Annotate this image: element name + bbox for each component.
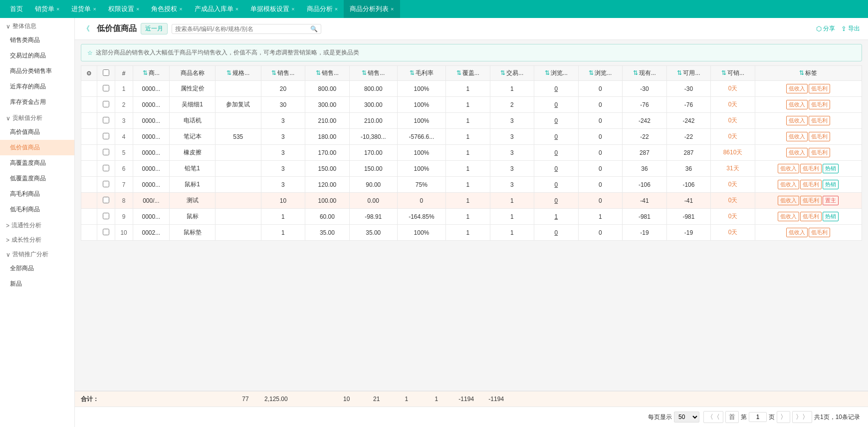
sidebar-item-low-margin[interactable]: 低毛利商品 <box>0 202 74 217</box>
row-check-9[interactable] <box>103 229 109 235</box>
sidebar-group-contrib: ∨ 贡献值分析 <box>0 110 74 124</box>
view1-link[interactable]: 0 <box>554 133 558 140</box>
row-view2-8: 1 <box>578 209 623 225</box>
row-check-5[interactable] <box>103 165 109 171</box>
col-available[interactable]: ⇅可用... <box>666 66 711 81</box>
col-sales1[interactable]: ⇅销售... <box>261 66 305 81</box>
page-number-input[interactable] <box>749 412 767 422</box>
nav-purchase[interactable]: 进货单 × <box>65 0 102 18</box>
sidebar-group-growth-arrow[interactable]: > <box>6 237 9 244</box>
nav-close-template[interactable]: × <box>291 6 294 12</box>
search-icon[interactable]: 🔍 <box>310 25 318 32</box>
col-margin[interactable]: ⇅毛利率 <box>397 66 445 81</box>
nav-template[interactable]: 单据模板设置 × <box>244 0 300 18</box>
row-deal-4: 3 <box>490 145 534 161</box>
sidebar-group-contrib-arrow[interactable]: ∨ <box>6 115 10 122</box>
nav-sales-order[interactable]: 销货单 × <box>29 0 65 18</box>
sidebar-item-low-coverage[interactable]: 低覆盖度商品 <box>0 171 74 186</box>
sidebar-item-traded[interactable]: 交易过的商品 <box>0 48 74 63</box>
tag-低毛利: 低毛利 <box>800 180 822 189</box>
sidebar-collapse-btn[interactable]: 《 <box>83 24 90 33</box>
row-check-7[interactable] <box>103 197 109 203</box>
nav-close-role[interactable]: × <box>179 6 182 12</box>
row-tags-1: 低收入低毛利 <box>755 97 862 113</box>
sidebar-group-marketing-arrow[interactable]: ∨ <box>6 251 10 258</box>
row-check-8[interactable] <box>103 213 109 219</box>
col-cover[interactable]: ⇅覆盖... <box>445 66 490 81</box>
col-deal[interactable]: ⇅交易... <box>490 66 534 81</box>
sidebar-item-category-rate[interactable]: 商品分类销售率 <box>0 63 74 79</box>
row-check-2[interactable] <box>103 117 109 123</box>
filter-recent-month-btn[interactable]: 近一月 <box>141 23 168 34</box>
nav-product-analysis[interactable]: 商品分析 × <box>301 0 344 18</box>
row-settings-7 <box>81 193 97 209</box>
col-sellable[interactable]: ⇅可销... <box>711 66 755 81</box>
nav-product-in[interactable]: 产成品入库单 × <box>189 0 244 18</box>
view1-link[interactable]: 0 <box>554 181 558 188</box>
sidebar-item-all-products[interactable]: 全部商品 <box>0 261 74 276</box>
nav-analysis-list[interactable]: 商品分析列表 × <box>344 0 400 18</box>
sidebar-item-low-value[interactable]: 低价值商品 <box>0 140 74 155</box>
view1-link[interactable]: 0 <box>554 117 558 124</box>
first-page-btn[interactable]: 〈〈 <box>703 411 723 423</box>
view1-link[interactable]: 0 <box>554 229 558 236</box>
nav-close-product-in[interactable]: × <box>235 6 238 12</box>
view1-link[interactable]: 1 <box>554 213 558 220</box>
sidebar-item-new-products[interactable]: 新品 <box>0 276 74 292</box>
row-num-7: 8 <box>115 193 133 209</box>
nav-home[interactable]: 首页 <box>4 0 29 18</box>
select-all-checkbox[interactable] <box>103 69 109 76</box>
sidebar-group-marketing: ∨ 营销推广分析 <box>0 246 74 261</box>
sidebar-item-stock-fund[interactable]: 库存资金占用 <box>0 94 74 110</box>
view1-link[interactable]: 0 <box>554 149 558 156</box>
footer-view2: 1 <box>422 395 451 404</box>
last-page-btn[interactable]: 〉〉 <box>792 411 812 423</box>
share-btn[interactable]: ⬡ 分享 <box>816 24 835 33</box>
row-check-1[interactable] <box>103 101 109 107</box>
row-deal-3: 3 <box>490 129 534 145</box>
sidebar-item-high-margin[interactable]: 高毛利商品 <box>0 186 74 202</box>
sidebar-item-low-stock[interactable]: 近库存的商品 <box>0 79 74 94</box>
row-view2-6: 0 <box>578 177 623 193</box>
row-check-3[interactable] <box>103 133 109 139</box>
col-name[interactable]: 商品名称 <box>170 66 216 81</box>
sidebar-item-high-coverage[interactable]: 高覆盖度商品 <box>0 155 74 171</box>
col-spec[interactable]: ⇅规格... <box>215 66 261 81</box>
sidebar-group-flow-arrow[interactable]: > <box>6 222 9 229</box>
col-code[interactable]: ⇅商... <box>133 66 170 81</box>
col-tags[interactable]: ⇅标签 <box>755 66 862 81</box>
row-check-6[interactable] <box>103 181 109 187</box>
nav-permission[interactable]: 权限设置 × <box>102 0 145 18</box>
sidebar-group-overall-arrow[interactable]: ∨ <box>6 23 10 30</box>
nav-close-purchase[interactable]: × <box>93 6 96 12</box>
col-checkbox-all[interactable] <box>97 66 115 81</box>
sidebar-item-high-value[interactable]: 高价值商品 <box>0 124 74 140</box>
view1-link[interactable]: 0 <box>554 85 558 92</box>
row-check-0[interactable] <box>103 85 109 91</box>
row-deal-6: 3 <box>490 177 534 193</box>
row-margin-7: 0 <box>397 193 445 209</box>
prev-page-btn[interactable]: 首 <box>725 411 739 423</box>
col-view2[interactable]: ⇅浏览... <box>578 66 623 81</box>
export-btn[interactable]: ⇪ 导出 <box>841 24 860 33</box>
row-num-9: 10 <box>115 225 133 241</box>
row-check-4[interactable] <box>103 149 109 155</box>
next-page-btn[interactable]: 〉 <box>777 411 790 423</box>
search-input[interactable] <box>175 25 310 32</box>
nav-close-permission[interactable]: × <box>136 6 139 12</box>
nav-close-analysis-list[interactable]: × <box>391 6 394 12</box>
view1-link[interactable]: 0 <box>554 165 558 172</box>
per-page-select[interactable]: 50 100 200 <box>674 412 699 423</box>
col-current[interactable]: ⇅现有... <box>623 66 667 81</box>
nav-close-analysis[interactable]: × <box>335 6 338 12</box>
nav-role[interactable]: 角色授权 × <box>145 0 188 18</box>
sidebar-item-sales-category[interactable]: 销售类商品 <box>0 32 74 48</box>
col-view1[interactable]: ⇅浏览... <box>534 66 579 81</box>
view1-link[interactable]: 0 <box>554 197 558 204</box>
row-view2-2: 0 <box>578 113 623 129</box>
col-settings[interactable]: ⚙ <box>81 66 97 81</box>
col-sales3[interactable]: ⇅销售... <box>349 66 397 81</box>
nav-close-sales[interactable]: × <box>56 6 59 12</box>
view1-link[interactable]: 0 <box>554 101 558 108</box>
col-sales2[interactable]: ⇅销售... <box>305 66 350 81</box>
